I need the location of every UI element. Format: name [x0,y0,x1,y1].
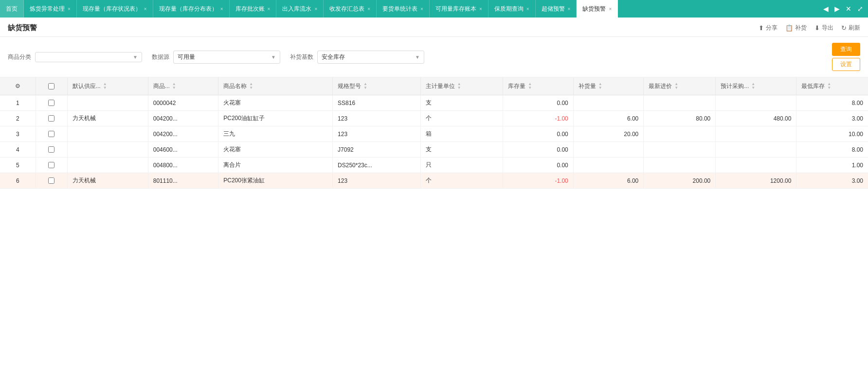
th-supplier[interactable]: 默认供应... ▲▼ [67,77,148,95]
tab-fullscreen-btn[interactable]: ⤢ [854,0,866,18]
cell-idx-5: 6 [0,173,36,189]
tab-close-kucun-pici[interactable]: × [268,6,271,12]
table-row: 4 004600... 火花塞 J7092 支 0.00 8.00 [0,142,868,158]
cell-check-3[interactable] [36,142,67,158]
th-repl[interactable]: 补货量 ▲▼ [573,77,644,95]
th-name[interactable]: 商品名称 ▲▼ [218,77,333,95]
th-code[interactable]: 商品... ▲▼ [148,77,218,95]
cell-check-4[interactable] [36,158,67,173]
row-checkbox-0[interactable] [48,100,54,106]
row-checkbox-1[interactable] [48,115,54,122]
cell-stock-0: 0.00 [503,95,574,111]
table-wrapper: ⚙ 默认供应... ▲▼ [0,77,868,189]
th-unit[interactable]: 主计量单位 ▲▼ [420,77,503,95]
cell-spec-4: DS250*23c... [333,158,421,173]
tab-close-churu[interactable]: × [314,6,317,12]
cell-idx-0: 1 [0,95,36,111]
buhuо-button[interactable]: 📋 补货 [785,24,807,32]
tab-nav-next[interactable]: ▶ [832,0,843,18]
tab-nav-prev[interactable]: ◀ [820,0,832,18]
tab-close-chaochu[interactable]: × [568,6,571,12]
tab-xianzun-kucun[interactable]: 现存量（库存状况表） × [77,0,153,18]
buhuo-icon: 📋 [785,24,793,32]
tab-close-xianzun-fenbiao[interactable]: × [220,6,223,12]
table-row: 1 0000042 火花塞 SS816 支 0.00 8.00 [0,95,868,111]
tab-close-yaohuodan[interactable]: × [420,6,423,12]
tab-xianzun-fenbiao[interactable]: 现存量（库存分布表） × [153,0,230,18]
row-checkbox-5[interactable] [48,177,54,184]
tab-close-quehuoyujing[interactable]: × [609,6,612,12]
cell-price-0 [644,95,716,111]
settings-button[interactable]: 设置 [832,58,860,71]
datasource-filter-group: 数据源 可用量 ▼ [152,51,280,64]
tab-baozhi[interactable]: 保质期查询 × [488,0,536,18]
datasource-select-arrow: ▼ [271,54,276,60]
buhuo-base-filter-group: 补货基数 安全库存 ▼ [290,51,424,64]
row-checkbox-3[interactable] [48,146,54,153]
cell-stock-2: 0.00 [503,126,574,142]
export-button[interactable]: ⬇ 导出 [814,24,833,32]
cell-supplier-5: 力天机械 [67,173,148,189]
cell-supplier-2 [67,126,148,142]
cell-name-3: 火花塞 [218,142,333,158]
row-checkbox-4[interactable] [48,162,54,168]
share-button[interactable]: ⬆ 分享 [759,24,778,32]
cell-repl-4 [573,158,644,173]
cell-check-0[interactable] [36,95,67,111]
refresh-icon: ↻ [841,24,847,32]
buhuo-base-select-arrow: ▼ [415,54,420,60]
cell-est-2 [716,126,796,142]
th-settings[interactable]: ⚙ [0,77,36,95]
cell-check-2[interactable] [36,126,67,142]
cell-spec-1: 123 [333,111,421,126]
cell-minstock-3: 8.00 [796,142,868,158]
buhuo-base-select[interactable]: 安全库存 ▼ [317,51,424,64]
tab-kucun-pici[interactable]: 库存批次账 × [230,0,277,18]
tab-quehuoyujing[interactable]: 缺货预警 × [577,0,618,18]
tab-jinbi[interactable]: 炼货异常处理 × [24,0,77,18]
tab-close-xianzun-kucun[interactable]: × [144,6,147,12]
cell-check-5[interactable] [36,173,67,189]
tab-close-keyonliang[interactable]: × [479,6,482,12]
tab-close-shouzhi[interactable]: × [367,6,370,12]
cell-idx-3: 4 [0,142,36,158]
cell-name-5: PC200张紧油缸 [218,173,333,189]
sort-icon-price: ▲▼ [674,82,678,90]
cell-minstock-4: 1.00 [796,158,868,173]
th-min-stock[interactable]: 最低库存 ▲▼ [796,77,868,95]
table-row: 6 力天机械 801110... PC200张紧油缸 123 个 -1.00 6… [0,173,868,189]
category-select[interactable]: ▼ [35,52,142,62]
sort-icon-stock: ▲▼ [528,82,532,90]
settings-gear-icon[interactable]: ⚙ [13,81,22,91]
tab-churu[interactable]: 出入库流水 × [276,0,324,18]
cell-spec-5: 123 [333,173,421,189]
tab-keyonliang[interactable]: 可用量库存账本 × [430,0,488,18]
cell-est-5: 1200.00 [716,173,796,189]
th-latest-price[interactable]: 最新进价 ▲▼ [644,77,716,95]
tab-home[interactable]: 首页 [0,0,24,18]
datasource-select[interactable]: 可用量 ▼ [173,51,280,64]
cell-unit-2: 箱 [420,126,503,142]
tab-close-jinbi[interactable]: × [68,6,71,12]
cell-idx-2: 3 [0,126,36,142]
tab-yaohuodan[interactable]: 要货单统计表 × [377,0,430,18]
cell-minstock-0: 8.00 [796,95,868,111]
tab-close-btn[interactable]: ✕ [843,0,854,18]
row-checkbox-2[interactable] [48,131,54,137]
cell-repl-1: 6.00 [573,111,644,126]
tab-close-baozhi[interactable]: × [526,6,529,12]
query-button[interactable]: 查询 [832,43,860,56]
th-stock[interactable]: 库存量 ▲▼ [503,77,574,95]
datasource-label: 数据源 [152,53,169,61]
select-all-checkbox[interactable] [48,83,54,89]
cell-minstock-1: 3.00 [796,111,868,126]
table-row: 5 004800... 离合片 DS250*23c... 只 0.00 1.00 [0,158,868,173]
refresh-button[interactable]: ↻ 刷新 [841,24,860,32]
th-spec[interactable]: 规格型号 ▲▼ [333,77,421,95]
tab-shouzhi[interactable]: 收发存汇总表 × [324,0,377,18]
cell-spec-2: 123 [333,126,421,142]
cell-check-1[interactable] [36,111,67,126]
tab-chaochu[interactable]: 超储预警 × [536,0,577,18]
th-est-purchase[interactable]: 预计采购... ▲▼ [716,77,796,95]
cell-supplier-4 [67,158,148,173]
